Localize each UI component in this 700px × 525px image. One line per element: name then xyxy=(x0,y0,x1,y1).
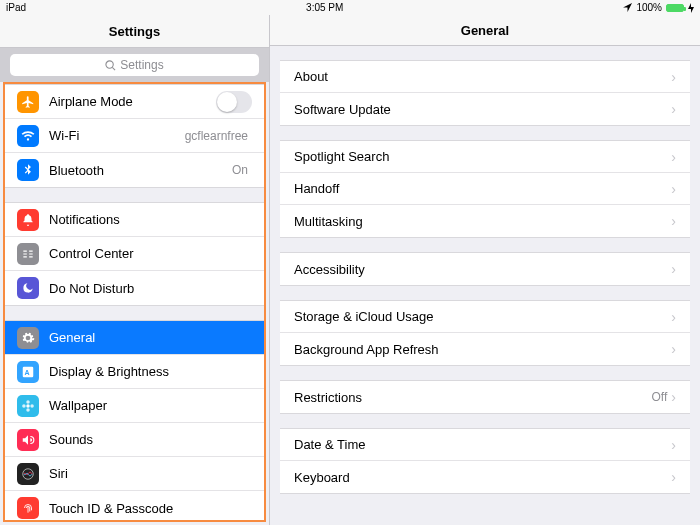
sidebar-item-notifications[interactable]: Notifications xyxy=(5,203,264,237)
detail-row-label: Spotlight Search xyxy=(294,149,671,164)
sidebar-item-general[interactable]: General xyxy=(5,321,264,355)
airplane-icon xyxy=(17,91,39,113)
sidebar-item-label: Wi-Fi xyxy=(49,128,185,143)
detail-row-label: Multitasking xyxy=(294,214,671,229)
search-placeholder: Settings xyxy=(120,58,163,72)
sidebar-title: Settings xyxy=(0,15,269,48)
sidebar-item-value: gcflearnfree xyxy=(185,129,248,143)
toggle-switch[interactable] xyxy=(216,91,252,113)
detail-row[interactable]: RestrictionsOff› xyxy=(280,381,690,413)
svg-point-0 xyxy=(106,60,113,67)
detail-row-label: Restrictions xyxy=(294,390,652,405)
brightness-icon: A xyxy=(17,361,39,383)
speaker-icon xyxy=(17,429,39,451)
sidebar-item-value: On xyxy=(232,163,248,177)
sidebar-item-display[interactable]: ADisplay & Brightness xyxy=(5,355,264,389)
sidebar-item-label: General xyxy=(49,330,252,345)
clock: 3:05 PM xyxy=(306,2,343,13)
sidebar-item-label: Bluetooth xyxy=(49,163,232,178)
chevron-right-icon: › xyxy=(671,261,676,277)
chevron-right-icon: › xyxy=(671,101,676,117)
sidebar-item-label: Wallpaper xyxy=(49,398,252,413)
detail-title: General xyxy=(270,15,700,46)
detail-row[interactable]: Date & Time› xyxy=(280,429,690,461)
battery-pct: 100% xyxy=(636,2,662,13)
sidebar-item-label: Airplane Mode xyxy=(49,94,216,109)
location-icon xyxy=(623,3,632,12)
detail-row-label: Storage & iCloud Usage xyxy=(294,309,671,324)
siri-icon xyxy=(17,463,39,485)
detail-row[interactable]: Background App Refresh› xyxy=(280,333,690,365)
detail-row-label: Date & Time xyxy=(294,437,671,452)
svg-point-4 xyxy=(26,404,30,408)
detail-row-label: Keyboard xyxy=(294,470,671,485)
detail-row[interactable]: Spotlight Search› xyxy=(280,141,690,173)
search-icon xyxy=(105,60,116,71)
detail-row-label: Handoff xyxy=(294,181,671,196)
detail-row[interactable]: Storage & iCloud Usage› xyxy=(280,301,690,333)
sidebar-item-bluetooth[interactable]: BluetoothOn xyxy=(5,153,264,187)
detail-row-label: About xyxy=(294,69,671,84)
sidebar-item-airplane[interactable]: Airplane Mode xyxy=(5,85,264,119)
chevron-right-icon: › xyxy=(671,149,676,165)
detail-group: RestrictionsOff› xyxy=(280,380,690,414)
sidebar-item-sounds[interactable]: Sounds xyxy=(5,423,264,457)
chevron-right-icon: › xyxy=(671,437,676,453)
sidebar-item-touchid[interactable]: Touch ID & Passcode xyxy=(5,491,264,520)
gear-icon xyxy=(17,327,39,349)
sidebar-group: GeneralADisplay & BrightnessWallpaperSou… xyxy=(5,320,264,520)
detail-group: Storage & iCloud Usage›Background App Re… xyxy=(280,300,690,366)
detail-row[interactable]: About› xyxy=(280,61,690,93)
detail-group: Spotlight Search›Handoff›Multitasking› xyxy=(280,140,690,238)
svg-point-7 xyxy=(22,404,26,408)
chevron-right-icon: › xyxy=(671,69,676,85)
bluetooth-icon xyxy=(17,159,39,181)
detail-row-label: Background App Refresh xyxy=(294,342,671,357)
charging-icon xyxy=(688,3,694,13)
detail-row[interactable]: Multitasking› xyxy=(280,205,690,237)
sidebar-item-wifi[interactable]: Wi-Figcflearnfree xyxy=(5,119,264,153)
chevron-right-icon: › xyxy=(671,389,676,405)
moon-icon xyxy=(17,277,39,299)
sidebar-item-label: Siri xyxy=(49,466,252,481)
sidebar-item-siri[interactable]: Siri xyxy=(5,457,264,491)
sidebar-item-wallpaper[interactable]: Wallpaper xyxy=(5,389,264,423)
svg-point-8 xyxy=(30,404,34,408)
sidebar-item-dnd[interactable]: Do Not Disturb xyxy=(5,271,264,305)
sidebar-group: Airplane ModeWi-FigcflearnfreeBluetoothO… xyxy=(5,84,264,188)
chevron-right-icon: › xyxy=(671,341,676,357)
svg-line-1 xyxy=(113,67,116,70)
search-input[interactable]: Settings xyxy=(10,54,259,76)
device-label: iPad xyxy=(6,2,26,13)
detail-row[interactable]: Handoff› xyxy=(280,173,690,205)
finger-icon xyxy=(17,497,39,519)
chevron-right-icon: › xyxy=(671,469,676,485)
detail-group: Accessibility› xyxy=(280,252,690,286)
detail-row[interactable]: Accessibility› xyxy=(280,253,690,285)
sidebar-item-label: Do Not Disturb xyxy=(49,281,252,296)
detail-row-value: Off xyxy=(652,390,668,404)
detail-group: Date & Time›Keyboard› xyxy=(280,428,690,494)
control-icon xyxy=(17,243,39,265)
bell-icon xyxy=(17,209,39,231)
detail-group: About›Software Update› xyxy=(280,60,690,126)
wifi-icon xyxy=(17,125,39,147)
sidebar-item-label: Notifications xyxy=(49,212,252,227)
detail-panel: General About›Software Update›Spotlight … xyxy=(270,15,700,525)
svg-text:A: A xyxy=(25,368,30,375)
sidebar-item-label: Display & Brightness xyxy=(49,364,252,379)
chevron-right-icon: › xyxy=(671,309,676,325)
sidebar-item-control[interactable]: Control Center xyxy=(5,237,264,271)
sidebar-group: NotificationsControl CenterDo Not Distur… xyxy=(5,202,264,306)
sidebar-item-label: Sounds xyxy=(49,432,252,447)
sidebar-highlight: Airplane ModeWi-FigcflearnfreeBluetoothO… xyxy=(3,82,266,522)
detail-row-label: Accessibility xyxy=(294,262,671,277)
chevron-right-icon: › xyxy=(671,213,676,229)
detail-row[interactable]: Keyboard› xyxy=(280,461,690,493)
svg-point-5 xyxy=(26,400,30,404)
flower-icon xyxy=(17,395,39,417)
detail-row[interactable]: Software Update› xyxy=(280,93,690,125)
battery-icon xyxy=(666,4,684,12)
chevron-right-icon: › xyxy=(671,181,676,197)
search-wrap: Settings xyxy=(0,48,269,82)
